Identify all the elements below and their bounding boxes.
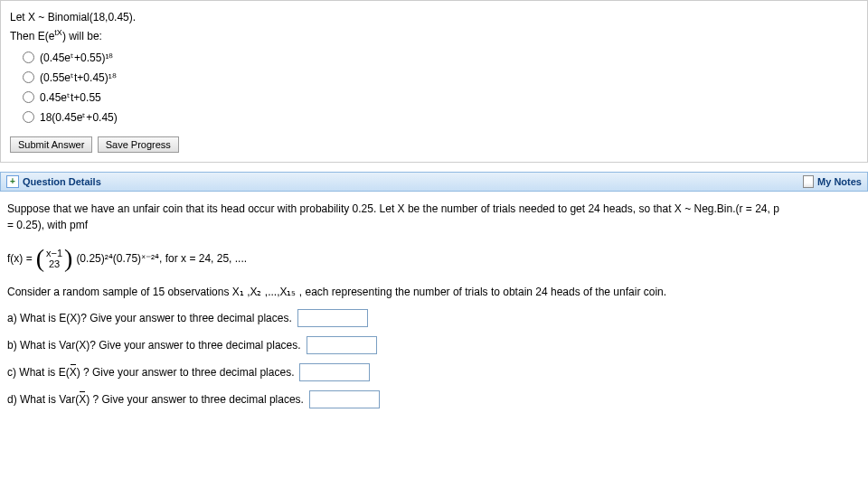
- q2-part-c: c) What is E(X) ? Give your answer to th…: [7, 363, 861, 381]
- q2-c-pre: c) What is E(: [7, 366, 70, 379]
- q2-part-a: a) What is E(X)? Give your answer to thr…: [7, 309, 861, 327]
- binomial-coefficient: ( x−1 23 ): [36, 246, 73, 271]
- q1-option: (0.55eᵗt+0.45)¹⁸: [23, 71, 858, 84]
- section-divider: [0, 162, 868, 172]
- q2-part-d: d) What is Var(X) ? Give your answer to …: [7, 390, 861, 408]
- my-notes-link[interactable]: My Notes: [803, 175, 862, 188]
- q1-option-label: 18(0.45eᵗ+0.45): [40, 111, 118, 124]
- q1-radio-0[interactable]: [23, 52, 34, 63]
- question-details-bar: + Question Details My Notes: [0, 172, 868, 192]
- q2-fx-lhs: f(x) =: [7, 250, 33, 267]
- left-paren-icon: (: [36, 246, 44, 271]
- q1-prompt-end: ) will be:: [62, 30, 102, 42]
- q1-buttons: Submit Answer Save Progress: [10, 136, 858, 153]
- x-bar-symbol: X: [70, 364, 77, 380]
- my-notes-label: My Notes: [817, 176, 862, 187]
- binom-inner: x−1 23: [44, 248, 64, 269]
- q1-prompt-text: Then E(e: [10, 30, 54, 42]
- q1-radio-1[interactable]: [23, 71, 34, 83]
- q2-consider: Consider a random sample of 15 observati…: [7, 284, 861, 300]
- q2-pmf-formula: f(x) = ( x−1 23 ) (0.25)²⁴(0.75)ˣ⁻²⁴, fo…: [7, 246, 861, 271]
- question1-box: Let X ~ Binomial(18,0.45). Then E(etX) w…: [0, 0, 868, 163]
- binom-top: x−1: [46, 248, 62, 258]
- q1-option: 0.45eᵗt+0.55: [23, 91, 858, 104]
- q1-radio-2[interactable]: [23, 91, 34, 103]
- q2-d-post: ) ? Give your answer to three decimal pl…: [86, 393, 304, 406]
- q1-premise: Let X ~ Binomial(18,0.45).: [10, 10, 858, 25]
- q2-c-input[interactable]: [299, 363, 370, 381]
- q1-option: 18(0.45eᵗ+0.45): [23, 111, 858, 124]
- q1-prompt-sup: tX: [54, 28, 62, 37]
- q1-option: (0.45eᵗ+0.55)¹⁸: [23, 52, 858, 64]
- q2-intro-a: Suppose that we have an unfair coin that…: [7, 202, 779, 215]
- q1-prompt: Then E(etX) will be:: [10, 27, 858, 44]
- x-bar-symbol: X: [79, 391, 86, 408]
- question-details-toggle[interactable]: + Question Details: [6, 175, 101, 188]
- q2-intro-b: = 0.25), with pmf: [7, 219, 88, 231]
- q2-c-label: c) What is E(X) ? Give your answer to th…: [7, 364, 294, 380]
- q2-b-input[interactable]: [307, 336, 377, 354]
- binom-bottom: 23: [49, 258, 60, 269]
- q2-c-post: ) ? Give your answer to three decimal pl…: [77, 366, 295, 379]
- q1-options: (0.45eᵗ+0.55)¹⁸ (0.55eᵗt+0.45)¹⁸ 0.45eᵗt…: [10, 52, 858, 124]
- q2-b-label: b) What is Var(X)? Give your answer to t…: [7, 337, 301, 353]
- q2-d-pre: d) What is Var(: [7, 393, 79, 406]
- q1-radio-3[interactable]: [23, 111, 34, 123]
- right-paren-icon: ): [64, 246, 72, 271]
- question2-body: Suppose that we have an unfair coin that…: [0, 192, 868, 427]
- note-icon: [803, 175, 814, 188]
- q2-part-b: b) What is Var(X)? Give your answer to t…: [7, 336, 861, 354]
- q1-option-label: (0.45eᵗ+0.55)¹⁸: [40, 52, 113, 64]
- q2-fx-rhs: (0.25)²⁴(0.75)ˣ⁻²⁴, for x = 24, 25, ....: [76, 250, 247, 267]
- submit-answer-button[interactable]: Submit Answer: [10, 136, 92, 153]
- q2-d-input[interactable]: [309, 390, 380, 408]
- q2-intro: Suppose that we have an unfair coin that…: [7, 201, 861, 233]
- plus-icon: +: [6, 175, 19, 188]
- question-details-label: Question Details: [23, 176, 101, 187]
- q1-option-label: 0.45eᵗt+0.55: [40, 91, 101, 104]
- q2-a-label: a) What is E(X)? Give your answer to thr…: [7, 310, 292, 326]
- q1-option-label: (0.55eᵗt+0.45)¹⁸: [40, 71, 117, 84]
- q2-d-label: d) What is Var(X) ? Give your answer to …: [7, 391, 304, 408]
- q2-a-input[interactable]: [297, 309, 368, 327]
- save-progress-button[interactable]: Save Progress: [98, 136, 179, 153]
